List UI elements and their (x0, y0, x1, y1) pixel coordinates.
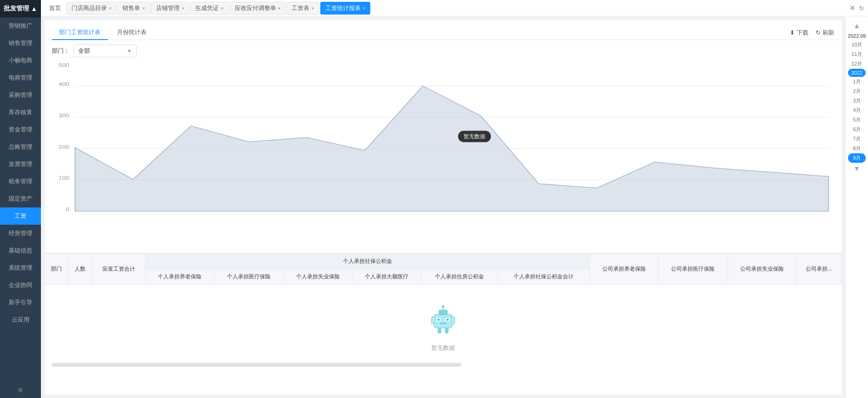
timeline-up-nav[interactable]: ▲ (853, 20, 861, 32)
timeline-item-4月[interactable]: 4月 (848, 106, 866, 115)
sidebar-footer[interactable]: ⚙ (0, 382, 41, 398)
tab-close-icon[interactable]: × (363, 5, 365, 11)
timeline-item-2022.09[interactable]: 2022.09 (848, 32, 866, 40)
col-company-other: 公司承担... (797, 254, 842, 285)
content-area: 部门工资统计表 月份统计表 ⬇ 下载 ↻ 刷新 部门： (41, 16, 868, 398)
sidebar-item-电商管理[interactable]: 电商管理 (0, 69, 41, 86)
sub-tab-month[interactable]: 月份统计表 (110, 25, 154, 40)
tab-close-icon[interactable]: × (221, 5, 223, 11)
timeline-item-10月[interactable]: 10月 (848, 40, 866, 50)
refresh-button[interactable]: ↻ 刷新 (816, 29, 834, 37)
sidebar-item-固定资产[interactable]: 固定资产 (0, 190, 41, 207)
page-content: 部门工资统计表 月份统计表 ⬇ 下载 ↻ 刷新 部门： (45, 20, 842, 394)
tab-label: 销售单 (122, 4, 140, 12)
chart-no-data-tooltip: 暂无数据 (458, 131, 491, 142)
empty-text: 暂无数据 (431, 344, 455, 352)
timeline-item-7月[interactable]: 7月 (848, 134, 866, 144)
table-area[interactable]: 部门 人数 应发工资合计 个人承担社保公积金 公司承担养老保险 公司承担医疗保险… (45, 253, 842, 394)
tab-label: 应收应付调整单 (235, 4, 276, 12)
sidebar-item-工资[interactable]: 工资 (0, 207, 41, 225)
svg-text:300: 300 (59, 112, 69, 119)
area-chart: 0 100 200 300 400 500 (52, 62, 834, 226)
sidebar: 批发管理 ▲ 营销推广销售管理小畅电商电商管理采购管理库存核算资金管理总账管理发… (0, 0, 41, 398)
sidebar-item-小畅电商[interactable]: 小畅电商 (0, 52, 41, 69)
svg-rect-20 (438, 328, 441, 333)
tab-工资统计报表[interactable]: 工资统计报表× (320, 2, 370, 15)
col-personal-pension: 个人承担养老保险 (146, 269, 215, 285)
timeline-item-6月[interactable]: 6月 (848, 125, 866, 134)
sidebar-item-经营管理[interactable]: 经营管理 (0, 225, 41, 242)
sidebar-item-库存核算[interactable]: 库存核算 (0, 104, 41, 121)
svg-text:400: 400 (59, 81, 69, 87)
tab-工资表[interactable]: 工资表× (287, 2, 319, 15)
svg-point-17 (438, 319, 439, 321)
tab-close-icon[interactable]: × (182, 5, 184, 11)
sidebar-title: 批发管理 (4, 5, 29, 13)
chart-area: 0 100 200 300 400 500 (45, 62, 842, 253)
svg-text:100: 100 (59, 175, 69, 181)
empty-robot-icon (425, 303, 461, 339)
tab-close-icon[interactable]: × (311, 5, 314, 11)
sidebar-item-营销推广[interactable]: 营销推广 (0, 17, 41, 35)
timeline-item-8月[interactable]: 8月 (848, 144, 866, 153)
col-dept: 部门 (45, 254, 68, 285)
timeline-item-5月[interactable]: 5月 (848, 115, 866, 125)
sidebar-item-基础信息[interactable]: 基础信息 (0, 242, 41, 259)
tab-销售单[interactable]: 销售单× (117, 2, 150, 15)
download-label: 下载 (797, 29, 808, 37)
timeline-item-3月[interactable]: 3月 (848, 96, 866, 106)
sidebar-item-企业协同[interactable]: 企业协同 (0, 277, 41, 294)
sub-tab-dept[interactable]: 部门工资统计表 (52, 25, 108, 40)
sidebar-item-税务管理[interactable]: 税务管理 (0, 173, 41, 190)
tab-close-icon[interactable]: × (109, 5, 111, 11)
timeline-item-12月[interactable]: 12月 (848, 59, 866, 69)
refresh-icon: ↻ (859, 5, 864, 12)
sidebar-item-新手引导[interactable]: 新手引导 (0, 294, 41, 311)
timeline-item-9月[interactable]: 9月 (848, 153, 866, 163)
tab-close-icon[interactable]: × (278, 5, 281, 11)
sidebar-item-发票管理[interactable]: 发票管理 (0, 156, 41, 173)
chart-container: 0 100 200 300 400 500 (52, 62, 834, 239)
main-area: 首页 门店商品目录×销售单×店铺管理×生成凭证×应收应付调整单×工资表×工资统计… (41, 0, 868, 398)
chevron-down-icon: ▼ (127, 48, 132, 54)
svg-rect-23 (451, 317, 455, 324)
tab-应收应付调整单[interactable]: 应收应付调整单× (230, 2, 286, 15)
sidebar-item-总账管理[interactable]: 总账管理 (0, 138, 41, 156)
tab-home[interactable]: 首页 (45, 4, 66, 12)
sidebar-item-销售管理[interactable]: 销售管理 (0, 35, 41, 52)
empty-state: 暂无数据 (45, 285, 842, 361)
sidebar-item-采购管理[interactable]: 采购管理 (0, 86, 41, 104)
sidebar-header[interactable]: 批发管理 ▲ (0, 0, 41, 17)
dept-select[interactable]: 全部 ▼ (73, 45, 137, 57)
download-button[interactable]: ⬇ 下载 (790, 29, 808, 37)
refresh-icon: ↻ (816, 29, 821, 36)
timeline-item-2月[interactable]: 2月 (848, 86, 866, 96)
tab-label: 工资统计报表 (325, 4, 361, 12)
col-personal-medical: 个人承担医疗保险 (214, 269, 283, 285)
tab-生成凭证[interactable]: 生成凭证× (190, 2, 228, 15)
timeline-item-2022[interactable]: 2022 (848, 69, 866, 77)
col-headcount: 人数 (68, 254, 91, 285)
svg-text:0: 0 (66, 206, 69, 212)
tab-门店商品目录[interactable]: 门店商品目录× (66, 2, 116, 15)
timeline-down-nav[interactable]: ▼ (853, 163, 861, 175)
sidebar-item-系统管理[interactable]: 系统管理 (0, 259, 41, 277)
svg-text:500: 500 (59, 62, 69, 68)
timeline-item-11月[interactable]: 11月 (848, 50, 866, 59)
horizontal-scrollbar[interactable] (52, 363, 461, 367)
svg-point-14 (442, 305, 444, 308)
sidebar-item-云应用[interactable]: 云应用 (0, 311, 41, 328)
svg-rect-22 (431, 317, 435, 324)
tab-label: 生成凭证 (195, 4, 219, 12)
dept-value: 全部 (78, 47, 90, 55)
svg-text:200: 200 (59, 144, 69, 150)
sidebar-item-资金管理[interactable]: 资金管理 (0, 121, 41, 138)
tab-label: 工资表 (292, 4, 309, 12)
col-personal-unemployment: 个人承担失业保险 (283, 269, 353, 285)
tab-店铺管理[interactable]: 店铺管理× (151, 2, 189, 15)
timeline-item-1月[interactable]: 1月 (848, 77, 866, 86)
tab-close-icon[interactable]: × (142, 5, 145, 11)
tab-label: 门店商品目录 (71, 4, 107, 12)
tabs-close-all[interactable]: ✕ ↻ (849, 4, 864, 12)
col-total-wage: 应发工资合计 (91, 254, 145, 285)
